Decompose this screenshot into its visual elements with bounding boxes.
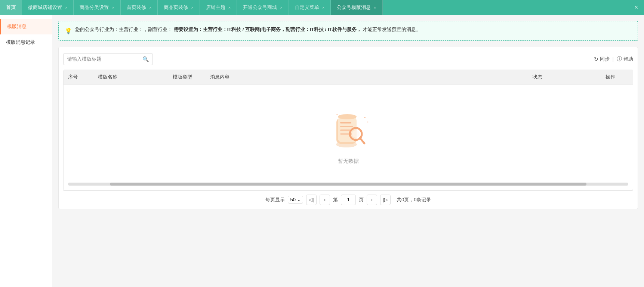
empty-state: 暂无数据 <box>64 85 633 180</box>
next-page-button[interactable]: › <box>367 195 377 205</box>
page-prefix: 第 <box>333 196 338 203</box>
search-icon[interactable]: 🔍 <box>142 56 149 62</box>
pagination: 每页显示 50 ⌄ ◁| ‹ 第 页 › |▷ <box>63 190 633 209</box>
svg-rect-6 <box>340 129 351 131</box>
tab-custom-menu-close[interactable]: × <box>322 5 324 10</box>
tab-product-decor[interactable]: 商品页装修 × <box>158 0 200 15</box>
th-type: 模版类型 <box>168 70 206 84</box>
tab-home-decor-label: 首页装修 <box>127 4 146 11</box>
chevron-down-icon: ⌄ <box>297 197 301 202</box>
svg-line-10 <box>360 138 364 143</box>
page-suffix: 页 <box>359 196 364 203</box>
search-input[interactable] <box>67 56 140 62</box>
sidebar-item-template-label: 模版消息 <box>7 24 27 29</box>
search-input-wrap[interactable]: 🔍 <box>63 53 153 65</box>
svg-point-12 <box>367 121 368 122</box>
main-layout: 模版消息 模版消息记录 💡 您的公众号行业为：主营行业：，副营行业： 需要设置为… <box>0 15 644 287</box>
tab-open-mall-close[interactable]: × <box>280 5 282 10</box>
tab-theme-label: 店铺主题 <box>206 4 225 11</box>
search-bar: 🔍 ↻ 同步 | ⓘ 帮助 <box>63 53 633 65</box>
toolbar-divider: | <box>613 56 614 62</box>
help-label: 帮助 <box>623 56 633 62</box>
sidebar: 模版消息 模版消息记录 <box>0 15 52 287</box>
th-status: 状态 <box>528 70 588 84</box>
prev-page-icon: ‹ <box>324 197 326 202</box>
tab-product-decor-close[interactable]: × <box>191 5 193 10</box>
tab-home-decor[interactable]: 首页装修 × <box>121 0 158 15</box>
sync-label: 同步 <box>600 56 610 62</box>
empty-text: 暂无数据 <box>338 158 359 165</box>
close-all-button[interactable]: × <box>629 0 644 15</box>
th-action: 操作 <box>588 70 633 84</box>
tab-custom-menu-label: 自定义菜单 <box>295 4 319 11</box>
notice-highlight: 需要设置为：主营行业：IT科技 / 互联网|电子商务，副营行业：IT科技 / I… <box>174 27 361 32</box>
content-area: 💡 您的公众号行业为：主营行业：，副营行业： 需要设置为：主营行业：IT科技 /… <box>52 15 644 287</box>
prev-page-button[interactable]: ‹ <box>320 195 330 205</box>
tab-home-label: 首页 <box>6 4 16 11</box>
tab-template-msg-close[interactable]: × <box>374 5 376 10</box>
per-page-select[interactable]: 50 ⌄ <box>288 196 303 204</box>
tab-template-msg-label: 公众号模版消息 <box>337 4 371 11</box>
tab-theme-close[interactable]: × <box>228 5 231 10</box>
tab-custom-menu[interactable]: 自定义菜单 × <box>289 0 331 15</box>
toolbar-right: ↻ 同步 | ⓘ 帮助 <box>594 56 633 62</box>
page-number-input[interactable] <box>341 195 356 205</box>
empty-illustration <box>326 107 371 152</box>
svg-rect-4 <box>340 122 351 123</box>
tab-category-close[interactable]: × <box>112 5 114 10</box>
tab-weshop[interactable]: 微商城店铺设置 × <box>22 0 74 15</box>
data-table: 序号 模版名称 模版类型 消息内容 状态 操作 <box>63 70 633 190</box>
notice-suffix: 才能正常发送预置的消息。 <box>363 27 421 32</box>
sync-icon: ↻ <box>594 56 598 62</box>
total-label: 共0页，0条记录 <box>397 196 431 203</box>
th-content: 消息内容 <box>206 70 528 84</box>
svg-point-9 <box>352 130 360 138</box>
sidebar-item-template[interactable]: 模版消息 <box>0 19 52 34</box>
first-page-icon: ◁| <box>309 197 314 202</box>
notice-icon: 💡 <box>65 26 72 36</box>
th-name: 模版名称 <box>93 70 168 84</box>
tab-open-mall-label: 开通公众号商城 <box>243 4 277 11</box>
tab-weshop-label: 微商城店铺设置 <box>28 4 62 11</box>
last-page-icon: |▷ <box>383 197 388 202</box>
next-page-icon: › <box>371 197 373 202</box>
tab-product-decor-label: 商品页装修 <box>164 4 188 11</box>
tab-home-decor-close[interactable]: × <box>149 5 151 10</box>
sync-button[interactable]: ↻ 同步 <box>594 56 610 62</box>
notice-prefix: 您的公众号行业为：主营行业：，副营行业： <box>75 27 172 32</box>
svg-point-13 <box>336 114 338 115</box>
sidebar-item-template-log-label: 模版消息记录 <box>6 39 35 45</box>
tab-weshop-close[interactable]: × <box>65 5 67 10</box>
svg-point-11 <box>364 117 366 118</box>
tab-category-label: 商品分类设置 <box>80 4 109 11</box>
notice-text: 您的公众号行业为：主营行业：，副营行业： 需要设置为：主营行业：IT科技 / 互… <box>75 26 421 34</box>
table-header: 序号 模版名称 模版类型 消息内容 状态 操作 <box>64 70 633 85</box>
help-icon: ⓘ <box>617 56 622 62</box>
help-button[interactable]: ⓘ 帮助 <box>617 56 633 62</box>
last-page-button[interactable]: |▷ <box>380 195 391 205</box>
per-page-value: 50 <box>290 197 296 202</box>
tab-theme[interactable]: 店铺主题 × <box>200 0 237 15</box>
svg-point-3 <box>338 114 357 119</box>
tab-category[interactable]: 商品分类设置 × <box>74 0 120 15</box>
tab-bar: 首页 微商城店铺设置 × 商品分类设置 × 首页装修 × 商品页装修 × 店铺主… <box>0 0 644 15</box>
tab-open-mall[interactable]: 开通公众号商城 × <box>237 0 289 15</box>
per-page-label: 每页显示 <box>265 196 285 203</box>
sidebar-item-template-log[interactable]: 模版消息记录 <box>0 34 52 50</box>
first-page-button[interactable]: ◁| <box>306 195 317 205</box>
svg-rect-5 <box>340 126 353 127</box>
notice-box: 💡 您的公众号行业为：主营行业：，副营行业： 需要设置为：主营行业：IT科技 /… <box>58 21 638 41</box>
th-seq: 序号 <box>64 70 93 84</box>
tab-home[interactable]: 首页 <box>0 0 22 15</box>
tab-template-msg[interactable]: 公众号模版消息 × <box>331 0 382 15</box>
horizontal-scrollbar[interactable] <box>68 183 628 186</box>
